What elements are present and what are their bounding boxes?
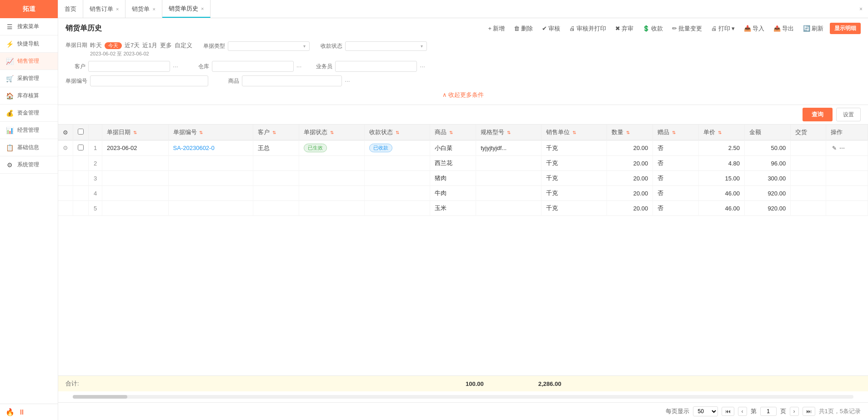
- sidebar-item-system-mgmt[interactable]: ⚙ 系统管理: [0, 156, 58, 174]
- abandon-button[interactable]: ✖ 弃审: [612, 23, 636, 34]
- import-button[interactable]: 📥 导入: [741, 23, 767, 34]
- row-customer: [253, 156, 299, 171]
- pause-icon[interactable]: ⏸: [18, 408, 25, 416]
- warehouse-dots[interactable]: ···: [296, 63, 302, 70]
- goods-input[interactable]: [242, 75, 342, 86]
- tab-sales-history-close[interactable]: ×: [201, 6, 204, 11]
- set-button[interactable]: 设置: [836, 108, 861, 121]
- col-customer[interactable]: 客户 ⇅: [253, 125, 299, 140]
- sidebar-item-quick-nav[interactable]: ⚡ 快捷导航: [0, 35, 58, 53]
- date-shortcut-yesterday[interactable]: 昨天: [90, 41, 102, 50]
- horizontal-scrollbar[interactable]: [73, 395, 853, 399]
- col-qty[interactable]: 数量 ⇅: [607, 125, 653, 140]
- last-page-button[interactable]: ⏭: [803, 407, 815, 416]
- more-action[interactable]: ⋯: [838, 145, 846, 151]
- date-shortcut-custom[interactable]: 自定义: [175, 41, 192, 50]
- batch-change-button[interactable]: ✏ 批量变更: [669, 23, 705, 34]
- date-shortcut-7days[interactable]: 近7天: [125, 41, 140, 50]
- row-doc-no[interactable]: [168, 171, 253, 186]
- col-spec[interactable]: 规格型号 ⇅: [476, 125, 542, 140]
- edit-action[interactable]: ✎: [831, 145, 838, 151]
- collapse-button[interactable]: ∧ 收起更多条件: [442, 92, 484, 98]
- sidebar-item-finance[interactable]: 💰 资金管理: [0, 105, 58, 122]
- fire-icon[interactable]: 🔥: [5, 408, 15, 416]
- select-all-checkbox[interactable]: [78, 129, 84, 135]
- customer-dots[interactable]: ···: [173, 63, 178, 70]
- tab-sales-delivery[interactable]: 销货单 ×: [125, 0, 162, 18]
- refresh-button[interactable]: 🔄 刷新: [800, 23, 826, 34]
- next-page-button[interactable]: ›: [790, 407, 799, 416]
- col-payment-status[interactable]: 收款状态 ⇅: [365, 125, 430, 140]
- warehouse-input[interactable]: [212, 61, 294, 72]
- salesperson-input[interactable]: [335, 61, 417, 72]
- row-doc-no[interactable]: [168, 201, 253, 216]
- row-action[interactable]: ✎⋯: [826, 140, 868, 156]
- date-shortcut-1month[interactable]: 近1月: [142, 41, 157, 50]
- goods-dots[interactable]: ···: [345, 77, 350, 85]
- page-input[interactable]: [760, 407, 777, 416]
- close-all-button[interactable]: ×: [854, 6, 868, 12]
- sidebar-item-basic-info[interactable]: 📋 基础信息: [0, 139, 58, 156]
- sidebar-item-sales-mgmt[interactable]: 📈 销售管理: [0, 53, 58, 70]
- tab-sales-order-close[interactable]: ×: [116, 6, 119, 12]
- row-gift: 否: [653, 171, 699, 186]
- row-action[interactable]: [826, 171, 868, 186]
- sidebar-item-operations[interactable]: 📊 经营管理: [0, 122, 58, 139]
- doc-no-link[interactable]: SA-20230602-0: [173, 145, 215, 151]
- tab-home[interactable]: 首页: [58, 0, 83, 18]
- print-button[interactable]: 🖨 打印 ▾: [708, 23, 738, 34]
- query-button[interactable]: 查询: [803, 108, 833, 121]
- collect-button[interactable]: 💲 收款: [640, 23, 666, 34]
- page-size-select[interactable]: 50 20 100: [693, 406, 718, 416]
- sidebar-item-inventory[interactable]: 🏠 库存核算: [0, 87, 58, 105]
- row-doc-no[interactable]: [168, 186, 253, 201]
- row-doc-no[interactable]: [168, 156, 253, 171]
- doc-no-input[interactable]: [90, 75, 208, 86]
- audit-print-button[interactable]: 🖨 审核并打印: [567, 23, 609, 34]
- col-goods[interactable]: 商品 ⇅: [430, 125, 476, 140]
- col-unit-price[interactable]: 单价 ⇅: [699, 125, 745, 140]
- date-shortcut-today[interactable]: 今天: [105, 42, 122, 49]
- tab-sales-history[interactable]: 销货单历史 ×: [162, 0, 211, 18]
- delete-button[interactable]: 🗑 删除: [511, 23, 536, 34]
- col-gift[interactable]: 赠品 ⇅: [653, 125, 699, 140]
- quick-nav-icon: ⚡: [5, 40, 14, 48]
- col-sales-unit[interactable]: 销售单位 ⇅: [542, 125, 607, 140]
- audit-button[interactable]: ✔ 审核: [539, 23, 563, 34]
- col-doc-status[interactable]: 单据状态 ⇅: [299, 125, 364, 140]
- first-page-button[interactable]: ⏮: [722, 407, 734, 416]
- doc-type-dropdown[interactable]: ▾: [228, 41, 310, 51]
- salesperson-dots[interactable]: ···: [420, 63, 425, 70]
- sort-doc-status-icon: ⇅: [330, 130, 334, 135]
- scrollbar-thumb[interactable]: [73, 395, 127, 399]
- col-check[interactable]: [73, 125, 89, 140]
- row-action[interactable]: [826, 201, 868, 216]
- row-action[interactable]: [826, 156, 868, 171]
- col-doc-date[interactable]: 单据日期 ⇅: [102, 125, 169, 140]
- warehouse-label: 仓库: [189, 63, 209, 70]
- date-range: 2023-06-02 至 2023-06-02: [90, 50, 192, 57]
- customer-label: 客户: [65, 63, 85, 70]
- doc-type-label: 单据类型: [203, 42, 225, 50]
- tab-sales-order[interactable]: 销售订单 ×: [83, 0, 125, 18]
- row-number: 4: [89, 186, 102, 201]
- payment-status-dropdown[interactable]: ▾: [345, 41, 427, 51]
- row-action[interactable]: [826, 186, 868, 201]
- prev-page-button[interactable]: ‹: [738, 407, 747, 416]
- tab-sales-delivery-close[interactable]: ×: [152, 6, 155, 12]
- sidebar-item-search-menu[interactable]: ☰ 搜索菜单: [0, 18, 58, 35]
- customer-input[interactable]: [88, 61, 170, 72]
- export-button[interactable]: 📤 导出: [771, 23, 797, 34]
- col-doc-no[interactable]: 单据编号 ⇅: [168, 125, 253, 140]
- row-checkbox[interactable]: [78, 145, 84, 150]
- new-button[interactable]: + 新增: [485, 23, 507, 34]
- print-icon: 🖨: [711, 25, 717, 32]
- col-gear[interactable]: ⚙: [58, 125, 73, 140]
- sales-mgmt-icon: 📈: [5, 58, 14, 65]
- row-doc-status: 已生效: [299, 140, 364, 156]
- row-doc-no[interactable]: SA-20230602-0: [168, 140, 253, 156]
- show-detail-button[interactable]: 显示明细: [830, 23, 861, 34]
- row-unit-price: 46.00: [699, 186, 745, 201]
- sidebar-item-purchase-mgmt[interactable]: 🛒 采购管理: [0, 70, 58, 87]
- date-shortcut-more[interactable]: 更多: [160, 41, 172, 50]
